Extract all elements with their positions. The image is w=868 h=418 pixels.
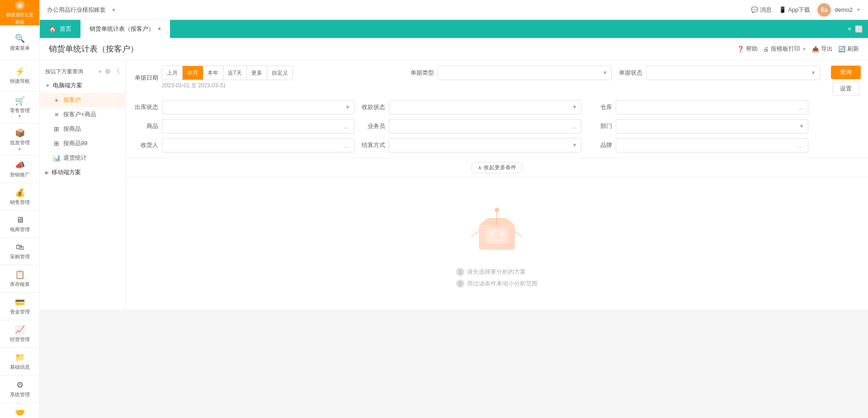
print-btn[interactable]: 🖨 按模板打印 ▼ xyxy=(763,45,807,53)
date-tab-custom[interactable]: 自定义 xyxy=(267,66,292,80)
sidebar-item-finance[interactable]: 💳 资金管理 xyxy=(0,293,39,320)
window-controls: × ⬜ xyxy=(848,25,868,33)
sidebar-item-quick-nav-label: 快捷导航 xyxy=(10,78,30,85)
workspace-title: 办公用品行业模拟账套 xyxy=(47,6,106,14)
tab-sales-stats[interactable]: 销货单统计表（按客户） × xyxy=(80,20,170,38)
workspace-dropdown-arrow[interactable]: ▼ xyxy=(111,7,116,13)
sidebar-item-ecommerce[interactable]: 🖥 电商管理 xyxy=(0,211,39,238)
wholesale-icon: 📦 xyxy=(15,128,25,138)
sidebar-item-marketing[interactable]: 📣 营销推广 xyxy=(0,156,39,183)
collapse-btn[interactable]: ∧ 收起更多条件 xyxy=(471,162,523,173)
sidebar-item-wholesale-label: 批发管理 xyxy=(10,139,30,146)
export-btn[interactable]: 📤 导出 xyxy=(812,45,833,53)
svg-rect-4 xyxy=(486,228,508,244)
retail-arrow: ▼ xyxy=(18,114,22,119)
date-tab-last-month[interactable]: 上月 xyxy=(162,66,183,80)
brand-control[interactable]: … xyxy=(616,138,808,152)
by-customer-goods-icon: ≡ xyxy=(52,111,61,118)
export-label: 导出 xyxy=(821,45,833,53)
mobile-group-header[interactable]: ▶ 移动端方案 xyxy=(40,165,125,180)
page-actions: ❓ 帮助 🖨 按模板打印 ▼ 📤 导出 🔄 刷新 xyxy=(737,45,859,53)
refresh-icon: 🔄 xyxy=(838,46,845,52)
message-btn[interactable]: 💬 消息 xyxy=(751,6,772,14)
sidebar-search-section[interactable]: 🔍 搜索菜单 xyxy=(0,25,39,60)
app-logo: 畅 畅捷通好生意 标版 xyxy=(0,0,40,25)
sidebar-item-wholesale[interactable]: 📦 批发管理 ▲ xyxy=(0,124,39,155)
user-area[interactable]: Ea demo2 ▼ xyxy=(817,3,861,17)
sidebar-item-search[interactable]: 🔍 搜索菜单 xyxy=(0,29,39,56)
goods-control[interactable]: … xyxy=(162,119,354,133)
ecommerce-icon: 🖥 xyxy=(16,215,24,225)
warehouse-group: 仓库 … xyxy=(587,100,808,114)
scheme-settings-btn[interactable]: ⚙ xyxy=(105,68,111,75)
return-stats-icon: 📊 xyxy=(52,154,61,162)
tree-item-by-customer[interactable]: ● 按客户 xyxy=(40,93,125,107)
date-tab-this-year[interactable]: 本年 xyxy=(203,66,223,80)
tab-close-btn[interactable]: × xyxy=(158,26,161,32)
refresh-btn[interactable]: 🔄 刷新 xyxy=(838,45,859,53)
sidebar-item-basic[interactable]: 📁 基础信息 xyxy=(0,348,39,375)
by-goods-icon: ⊞ xyxy=(52,125,61,133)
window-close-btn[interactable]: × xyxy=(848,25,851,33)
date-tab-last-month-label: 上月 xyxy=(167,69,178,77)
consignee-group: 收货人 … xyxy=(133,138,354,152)
warehouse-control[interactable]: … xyxy=(616,100,808,114)
app-download-btn[interactable]: 📱 App下载 xyxy=(779,6,810,14)
sidebar-item-inventory[interactable]: 📋 库存核算 xyxy=(0,265,39,292)
doc-status-control[interactable]: ▼ xyxy=(646,66,820,80)
sidebar-item-quick-nav[interactable]: ⚡ 快捷导航 xyxy=(0,62,39,89)
app-name: 畅捷通好生意 xyxy=(6,12,33,18)
sidebar-item-purchase[interactable]: 🛍 采购管理 xyxy=(0,238,39,265)
sidebar-item-system[interactable]: ⚙ 系统管理 xyxy=(0,375,39,403)
help-btn[interactable]: ❓ 帮助 xyxy=(737,45,758,53)
date-tab-more[interactable]: 更多 xyxy=(247,66,267,80)
sidebar-item-sales[interactable]: 💰 销售管理 xyxy=(0,183,39,210)
left-panel-icons: + ⚙ 《 xyxy=(99,67,120,76)
by-goods99-label: 按商品99 xyxy=(63,139,87,147)
settlement-control[interactable]: ▼ xyxy=(389,138,581,152)
date-tab-7days[interactable]: 近7天 xyxy=(223,66,247,80)
empty-hint-list: 请先选择要分析的方案 用过滤条件来缩小分析范围 xyxy=(456,268,538,291)
salesperson-control[interactable]: … xyxy=(389,119,581,133)
doc-type-control[interactable]: ▼ xyxy=(438,66,612,80)
out-status-label: 出库状态 xyxy=(133,103,158,111)
consignee-control[interactable]: … xyxy=(162,138,354,152)
date-tab-this-month[interactable]: 本月 xyxy=(183,66,203,80)
brand-group: 品牌 … xyxy=(587,138,808,152)
collapse-panel-btn[interactable]: 《 xyxy=(113,67,120,76)
collapse-label: 收起更多条件 xyxy=(484,164,516,171)
empty-illustration xyxy=(465,195,528,259)
tree-item-by-goods[interactable]: ⊞ 按商品 xyxy=(40,122,125,136)
out-status-control[interactable]: ▼ xyxy=(162,100,354,114)
app-subtitle: 标版 xyxy=(15,19,24,25)
user-avatar[interactable]: Ea xyxy=(817,3,831,17)
tree-item-return-stats[interactable]: 📊 退货统计 xyxy=(40,151,125,165)
topbar-left: 办公用品行业模拟账套 ▼ xyxy=(47,6,116,14)
user-dropdown-arrow[interactable]: ▼ xyxy=(856,7,861,12)
content-area: 按以下方案查询 + ⚙ 《 ▼ 电脑端方案 ● xyxy=(40,60,868,309)
return-stats-label: 退货统计 xyxy=(63,154,87,162)
svg-line-10 xyxy=(515,232,522,236)
home-icon: 🏠 xyxy=(49,26,56,33)
settings-btn[interactable]: 设置 xyxy=(832,82,859,95)
sidebar-item-retail[interactable]: 🛒 零售管理 ▼ xyxy=(0,91,39,123)
tree-item-by-customer-goods[interactable]: ≡ 按客户+商品 xyxy=(40,107,125,122)
sidebar-item-finance-label: 资金管理 xyxy=(10,309,30,315)
doc-type-group: 单据类型 ▼ xyxy=(409,66,612,80)
payment-status-label: 收款状态 xyxy=(360,103,385,111)
tab-home[interactable]: 🏠 首页 xyxy=(40,20,80,38)
sidebar-item-enterprise[interactable]: 🤝 企业协同 xyxy=(0,403,39,418)
desktop-group-header[interactable]: ▼ 电脑端方案 xyxy=(40,78,125,93)
mobile-group: ▶ 移动端方案 xyxy=(40,165,125,180)
help-icon: ❓ xyxy=(737,46,744,52)
add-scheme-btn[interactable]: + xyxy=(99,68,102,75)
print-dropdown-arrow[interactable]: ▼ xyxy=(802,47,807,52)
sidebar-quick-nav-section[interactable]: ⚡ 快捷导航 xyxy=(0,60,39,91)
print-label: 按模板打印 xyxy=(771,45,800,53)
query-btn[interactable]: 查询 xyxy=(831,66,861,79)
tree-item-by-goods99[interactable]: ⊞ 按商品99 xyxy=(40,136,125,151)
window-max-btn[interactable]: ⬜ xyxy=(855,25,863,33)
sidebar-item-operations[interactable]: 📈 经营管理 xyxy=(0,320,39,347)
department-control[interactable]: ▼ xyxy=(616,119,808,133)
payment-status-control[interactable]: ▼ xyxy=(389,100,581,114)
